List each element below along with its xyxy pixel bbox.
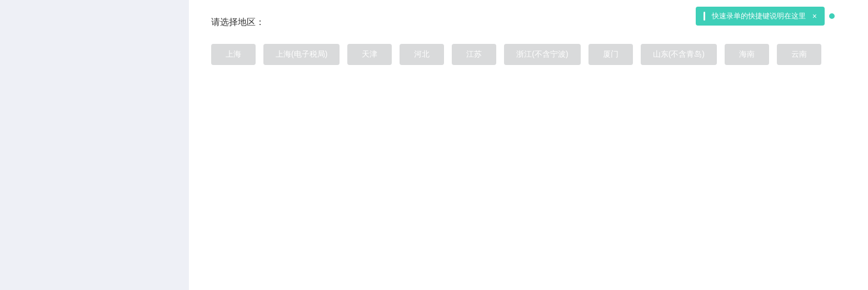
region-button-6[interactable]: 厦门 [588, 44, 633, 65]
region-button-0[interactable]: 上海 [211, 44, 256, 65]
region-button-5[interactable]: 浙江(不含宁波) [504, 44, 580, 65]
tooltip-close-button[interactable]: × [812, 12, 817, 21]
region-button-2[interactable]: 天津 [347, 44, 392, 65]
main-content: 快速录单的快捷键说明在这里 × 请选择地区： 上海上海(电子税局)天津河北江苏浙… [189, 0, 868, 290]
region-button-9[interactable]: 云南 [777, 44, 821, 65]
region-buttons-container: 上海上海(电子税局)天津河北江苏浙江(不含宁波)厦门山东(不含青岛)海南云南 [211, 44, 846, 65]
tooltip-container: 快速录单的快捷键说明在这里 × [696, 7, 835, 26]
sidebar [0, 0, 189, 290]
region-button-4[interactable]: 江苏 [452, 44, 496, 65]
tooltip-bar [704, 12, 705, 21]
region-button-3[interactable]: 河北 [400, 44, 444, 65]
region-button-7[interactable]: 山东(不含青岛) [641, 44, 717, 65]
region-button-1[interactable]: 上海(电子税局) [263, 44, 340, 65]
region-button-8[interactable]: 海南 [725, 44, 769, 65]
tooltip-box: 快速录单的快捷键说明在这里 × [696, 7, 825, 26]
tooltip-text: 快速录单的快捷键说明在这里 [712, 11, 806, 21]
tooltip-dot [829, 13, 835, 19]
